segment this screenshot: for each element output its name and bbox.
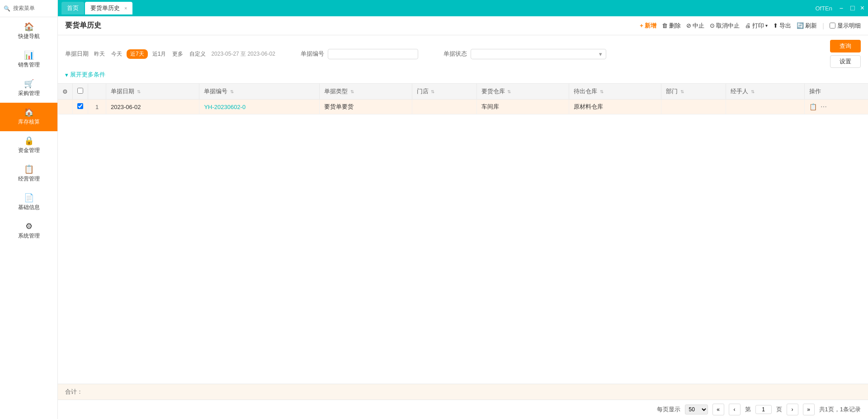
delete-button[interactable]: 🗑 删除	[662, 22, 681, 30]
page-label: 第	[745, 405, 751, 414]
sidebar-item-label: 基础信息	[18, 204, 40, 211]
sidebar: 🔍 搜索菜单 🏠快捷导航📊销售管理🛒采购管理🏠库存核算🔒资金管理📋经营管理📄基础…	[0, 0, 58, 419]
sidebar-item-label: 资金管理	[18, 147, 40, 154]
stop-button[interactable]: ⊘ 中止	[686, 22, 704, 30]
print-dropdown-icon: ▾	[765, 23, 768, 28]
close-button[interactable]: ×	[860, 4, 864, 12]
sidebar-item-system[interactable]: ⚙系统管理	[0, 217, 57, 245]
page-header: 要货单历史 + 新增 🗑 删除 ⊘ 中止 ⊙ 取消中止 🖨 打印	[58, 16, 868, 35]
total-info: 共1页，1条记录	[819, 405, 861, 414]
row-seq: 1	[88, 100, 106, 114]
often-label: OfTEn	[815, 5, 832, 12]
col-req-warehouse[interactable]: 要货仓库 ⇅	[476, 84, 569, 100]
sidebar-item-inventory[interactable]: 🏠库存核算	[0, 103, 57, 131]
query-button[interactable]: 查询	[830, 40, 861, 52]
export-button[interactable]: ⬆ 导出	[773, 22, 791, 30]
col-doc-type[interactable]: 单据类型 ⇅	[320, 84, 412, 100]
col-pending-warehouse[interactable]: 待出仓库 ⇅	[569, 84, 661, 100]
col-doc-no[interactable]: 单据编号 ⇅	[199, 84, 320, 100]
col-settings[interactable]: ⚙	[58, 84, 73, 100]
row-handler	[726, 100, 805, 114]
window-controls: OfTEn － □ ×	[815, 4, 864, 13]
date-shortcut-yesterday[interactable]: 昨天	[92, 50, 107, 58]
doc-status-label: 单据状态	[443, 50, 467, 58]
sidebar-item-operations[interactable]: 📋经营管理	[0, 160, 57, 188]
doc-no-link[interactable]: YH-20230602-0	[204, 104, 245, 110]
table-header-row: ⚙ 单据日期 ⇅ 单据编号 ⇅ 单据类型 ⇅ 门店 ⇅ 要货仓库 ⇅ 待出仓库 …	[58, 84, 868, 100]
pagination-bar: 每页显示 102050100 « ‹ 第 页 › » 共1页，1条记录	[58, 400, 868, 419]
doc-no-input[interactable]	[328, 49, 418, 59]
sidebar-item-basic[interactable]: 📄基础信息	[0, 188, 57, 217]
row-actions: 📋 ⋯	[805, 100, 868, 114]
date-shortcut-more[interactable]: 更多	[170, 50, 185, 58]
minimize-button[interactable]: －	[838, 4, 845, 13]
doc-status-select[interactable]: ▾	[471, 49, 606, 59]
search-icon: 🔍	[4, 5, 10, 12]
col-seq	[88, 84, 106, 100]
date-shortcut-custom[interactable]: 自定义	[188, 50, 208, 58]
refresh-button[interactable]: 🔄 刷新	[797, 22, 817, 30]
doc-no-filter: 单据编号	[301, 49, 418, 59]
delete-icon: 🗑	[662, 22, 668, 29]
print-icon: 🖨	[745, 22, 751, 29]
sidebar-item-label: 采购管理	[18, 90, 40, 97]
filter-settings-button[interactable]: 设置	[830, 55, 861, 68]
row-settings-cell	[58, 100, 73, 114]
tab-label: 要货单历史	[90, 4, 120, 12]
page-unit: 页	[776, 405, 782, 414]
row-more-icon[interactable]: ⋯	[821, 103, 827, 110]
sidebar-item-label: 销售管理	[18, 61, 40, 69]
sidebar-item-shortcut[interactable]: 🏠快捷导航	[0, 17, 57, 46]
first-page-button[interactable]: «	[712, 404, 724, 415]
cancel-stop-button[interactable]: ⊙ 取消中止	[710, 22, 740, 30]
col-doc-date[interactable]: 单据日期 ⇅	[106, 84, 199, 100]
row-edit-icon[interactable]: 📋	[809, 103, 817, 110]
date-filter-label: 单据日期	[65, 50, 89, 58]
tab-requisition-history[interactable]: 要货单历史×	[85, 2, 132, 14]
sidebar-item-finance[interactable]: 🔒资金管理	[0, 131, 57, 160]
row-doc-date: 2023-06-02	[106, 100, 199, 114]
expand-more[interactable]: ▾ 展开更多条件	[65, 71, 861, 79]
date-shortcut-last7days[interactable]: 近7天	[127, 49, 148, 59]
table-row[interactable]: 1 2023-06-02 YH-20230602-0 要货单要货 车间库 原材料…	[58, 100, 868, 114]
system-icon: ⚙	[25, 222, 33, 230]
next-page-button[interactable]: ›	[787, 404, 798, 415]
doc-status-filter: 单据状态 ▾	[443, 49, 606, 59]
col-checkbox	[73, 84, 88, 100]
table-container: ⚙ 单据日期 ⇅ 单据编号 ⇅ 单据类型 ⇅ 门店 ⇅ 要货仓库 ⇅ 待出仓库 …	[58, 84, 868, 384]
page-input[interactable]	[755, 405, 772, 414]
row-doc-no[interactable]: YH-20230602-0	[199, 100, 320, 114]
last-page-button[interactable]: »	[803, 404, 815, 415]
sidebar-item-label: 经营管理	[18, 175, 40, 183]
data-table: ⚙ 单据日期 ⇅ 单据编号 ⇅ 单据类型 ⇅ 门店 ⇅ 要货仓库 ⇅ 待出仓库 …	[58, 84, 868, 114]
content: 要货单历史 + 新增 🗑 删除 ⊘ 中止 ⊙ 取消中止 🖨 打印	[58, 16, 868, 419]
display-detail-toggle[interactable]: 显示明细	[830, 22, 861, 30]
date-shortcut-last_month[interactable]: 近1月	[151, 50, 168, 58]
row-store	[412, 100, 476, 114]
cancel-stop-icon: ⊙	[710, 22, 715, 29]
print-button[interactable]: 🖨 打印 ▾	[745, 22, 768, 30]
tab-home[interactable]: 首页	[61, 2, 84, 14]
prev-page-button[interactable]: ‹	[729, 404, 741, 415]
top-bar: 首页要货单历史× OfTEn － □ ×	[58, 0, 868, 16]
sidebar-item-purchase[interactable]: 🛒采购管理	[0, 74, 57, 103]
new-button[interactable]: + 新增	[640, 22, 656, 30]
dropdown-arrow-icon: ▾	[599, 51, 602, 57]
row-checkbox-cell[interactable]	[73, 100, 88, 114]
sidebar-item-sales[interactable]: 📊销售管理	[0, 46, 57, 74]
col-department[interactable]: 部门 ⇅	[661, 84, 726, 100]
inventory-icon: 🏠	[24, 108, 34, 116]
export-icon: ⬆	[773, 22, 778, 29]
row-checkbox[interactable]	[77, 103, 83, 109]
maximize-button[interactable]: □	[850, 4, 855, 12]
per-page-select[interactable]: 102050100	[685, 405, 708, 414]
date-shortcut-today[interactable]: 今天	[109, 50, 124, 58]
toolbar-divider: |	[822, 22, 824, 29]
col-store[interactable]: 门店 ⇅	[412, 84, 476, 100]
display-detail-checkbox[interactable]	[830, 23, 835, 29]
select-all-checkbox[interactable]	[77, 88, 83, 94]
search-bar[interactable]: 🔍 搜索菜单	[0, 0, 57, 17]
main-area: 首页要货单历史× OfTEn － □ × 要货单历史 + 新增 🗑 删除 ⊘ 中…	[58, 0, 868, 419]
tab-close-btn[interactable]: ×	[124, 5, 127, 11]
col-handler[interactable]: 经手人 ⇅	[726, 84, 805, 100]
